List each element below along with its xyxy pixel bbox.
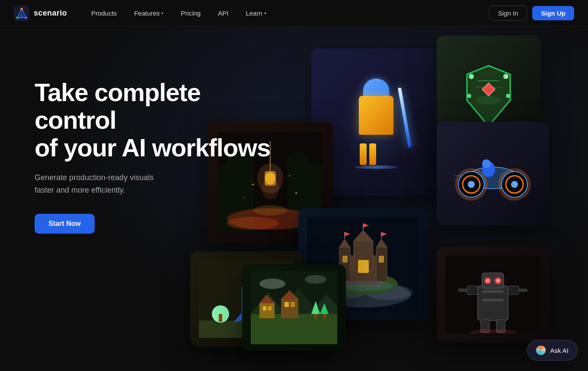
warrior-figure: [350, 79, 402, 165]
navigation: scenario Products Features ▾ Pricing API…: [0, 0, 588, 27]
svg-point-11: [476, 96, 502, 105]
logo[interactable]: scenario: [14, 6, 67, 21]
svg-point-35: [289, 175, 291, 177]
svg-point-3: [20, 8, 23, 10]
nav-left: scenario Products Features ▾ Pricing API…: [14, 6, 273, 21]
village-card: [242, 264, 346, 351]
sign-in-button[interactable]: Sign In: [489, 6, 527, 21]
svg-rect-109: [508, 286, 519, 295]
svg-rect-107: [482, 299, 504, 301]
hero-title: Take complete control of your AI workflo…: [35, 79, 285, 161]
robot-art: [437, 247, 549, 342]
nav-item-features[interactable]: Features ▾: [127, 6, 170, 20]
logo-icon: [14, 6, 29, 21]
nav-item-products[interactable]: Products: [84, 6, 124, 20]
robot-card: [437, 247, 549, 342]
ask-ai-icon: [536, 346, 546, 355]
hero-section: Take complete control of your AI workflo…: [0, 27, 588, 371]
svg-point-8: [503, 74, 508, 79]
svg-point-7: [469, 74, 474, 79]
motorcycle-card: [437, 122, 549, 225]
svg-point-37: [295, 192, 297, 194]
svg-rect-85: [259, 303, 275, 318]
motorcycle-svg: [450, 141, 536, 206]
svg-point-5: [25, 16, 27, 19]
svg-rect-56: [358, 260, 369, 273]
svg-point-15: [468, 181, 475, 188]
svg-rect-96: [323, 314, 326, 318]
hero-content: Take complete control of your AI workflo…: [35, 79, 285, 234]
svg-point-22: [482, 159, 491, 168]
svg-rect-90: [268, 306, 272, 311]
svg-rect-91: [284, 302, 289, 307]
svg-point-80: [305, 275, 326, 284]
village-art: [242, 264, 346, 351]
svg-rect-65: [219, 314, 222, 322]
svg-rect-45: [376, 247, 387, 282]
svg-rect-94: [315, 314, 317, 318]
svg-rect-58: [379, 256, 384, 263]
nav-links: Products Features ▾ Pricing API Learn ▾: [84, 6, 273, 20]
svg-rect-84: [251, 314, 337, 344]
svg-point-104: [483, 276, 492, 285]
svg-point-9: [467, 94, 471, 98]
sign-up-button[interactable]: Sign Up: [532, 6, 574, 20]
svg-rect-111: [518, 289, 527, 292]
svg-rect-57: [342, 256, 348, 263]
svg-rect-89: [263, 306, 266, 311]
nav-item-pricing[interactable]: Pricing: [174, 6, 208, 20]
svg-point-79: [259, 279, 285, 289]
chevron-down-icon: ▾: [161, 11, 163, 16]
svg-point-10: [506, 94, 510, 98]
svg-point-105: [494, 276, 502, 285]
chevron-down-icon-2: ▾: [264, 11, 266, 16]
ask-ai-button[interactable]: Ask AI: [527, 340, 578, 361]
svg-rect-110: [458, 289, 468, 292]
nav-item-api[interactable]: API: [211, 6, 235, 20]
svg-rect-108: [467, 286, 478, 295]
shield-svg: [458, 61, 519, 130]
motorcycle-art: [437, 122, 549, 225]
svg-rect-106: [482, 290, 504, 293]
svg-rect-87: [281, 299, 298, 318]
hero-subtitle: Generate production-ready visualsfaster …: [35, 171, 285, 197]
ask-ai-label: Ask AI: [550, 347, 569, 354]
village-svg: [251, 271, 337, 344]
svg-point-18: [511, 181, 518, 188]
nav-right: Sign In Sign Up: [489, 6, 574, 21]
nav-item-learn[interactable]: Learn ▾: [239, 6, 273, 20]
svg-rect-92: [291, 302, 295, 307]
robot-svg: [445, 256, 540, 333]
start-now-button[interactable]: Start Now: [35, 214, 95, 234]
svg-point-4: [16, 16, 19, 19]
brand-name: scenario: [34, 9, 67, 18]
